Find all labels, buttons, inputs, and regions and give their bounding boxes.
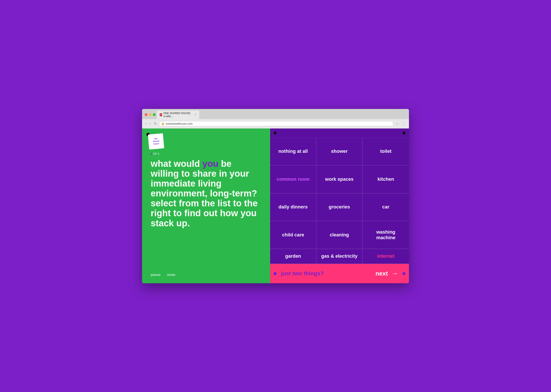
grid-cell-label-cleaning: cleaning [330,232,349,238]
grid-cell-label-kitchen: kitchen [377,176,394,182]
arrow-icon: → [391,269,398,277]
traffic-lights [145,113,156,116]
browser-window: ♥ ONE SHARED HOUSE: a radic... ✕ ‹ › ↻ 🔒… [142,109,409,283]
question-part2: be willing to share in your immediate li… [151,159,258,228]
tab-title: ONE SHARED HOUSE: a radic... [163,112,192,118]
grid-cell-work-spaces[interactable]: work spaces [316,166,363,193]
question-part1: what would [151,159,202,169]
grid-cell-toilet[interactable]: toilet [363,138,409,166]
close-button[interactable] [145,113,147,116]
browser-nav: ‹ › ↻ [145,121,158,126]
menu-icon[interactable]: ⋮ [401,121,406,126]
grid-cell-label-gas-electricity: gas & electricity [321,253,357,259]
tab-close-icon[interactable]: ✕ [195,113,196,116]
step-indicator: 1 OF 2 [151,152,261,155]
grid-cell-cleaning[interactable]: cleaning [316,221,363,249]
mute-button[interactable]: mute [167,273,175,277]
forward-button[interactable]: › [149,121,152,126]
step-number: 1 [151,152,152,155]
grid-cell-label-nothing-at-all: nothing at all [278,148,308,154]
grid-cell-garden[interactable]: garden [270,249,316,264]
grid-cell-label-work-spaces: work spaces [325,176,354,182]
grid-cell-car[interactable]: car [363,193,409,221]
grid-cell-kitchen[interactable]: kitchen [363,166,409,193]
question-highlight: you [202,159,218,169]
dot-bottom-left [274,272,276,275]
grid-cell-label-groceries: groceries [329,204,350,210]
logo-badge: onesharedhouse [148,133,164,150]
grid-cell-daily-dinners[interactable]: daily dinners [270,193,316,221]
grid-cell-label-washing-machine: washing machine [366,229,406,241]
tab-favicon: ♥ [160,113,162,116]
right-panel: nothing at allshowertoiletcommon roomwor… [270,128,409,283]
bookmark-icon[interactable]: ☆ [395,121,399,126]
grid-cell-label-shower: shower [331,148,348,154]
bottom-controls: pause mute [151,273,261,277]
next-button[interactable]: next → [375,269,398,277]
pause-button[interactable]: pause [151,273,160,277]
dot-right-panel-left [274,132,276,134]
main-content: onesharedhouse 1 OF 2 what would you be … [142,128,409,283]
hint-label: just two things? [281,270,324,277]
grid-cell-common-room[interactable]: common room [270,166,316,193]
grid-cell-label-child-care: child care [282,232,304,238]
address-bar[interactable] [166,122,391,125]
dot-bottom-right [402,272,406,275]
new-tab-button[interactable] [201,112,214,117]
grid-cell-nothing-at-all[interactable]: nothing at all [270,138,316,166]
question-area: 1 OF 2 what would you be willing to shar… [151,152,261,228]
grid-cell-label-internet: internet [377,253,395,259]
grid-cell-gas-electricity[interactable]: gas & electricity [316,249,363,264]
grid-cell-label-garden: garden [285,253,301,259]
grid-cell-label-common-room: common room [276,176,310,182]
grid-cell-label-car: car [382,204,389,210]
back-button[interactable]: ‹ [145,121,147,126]
step-total: 2 [158,152,159,155]
next-label: next [375,270,388,277]
step-of: OF [153,152,158,155]
grid-cell-internet[interactable]: internet [363,249,409,264]
refresh-button[interactable]: ↻ [153,121,158,126]
logo-text: onesharedhouse [152,137,160,146]
bottom-bar: just two things? next → [270,264,409,283]
selection-grid: nothing at allshowertoiletcommon roomwor… [270,138,409,264]
address-bar-container: 🔒 [159,121,393,126]
maximize-button[interactable] [153,113,156,116]
dot-right-panel-right [402,132,406,134]
grid-cell-label-toilet: toilet [380,148,392,154]
grid-cell-washing-machine[interactable]: washing machine [363,221,409,249]
left-panel: onesharedhouse 1 OF 2 what would you be … [142,128,270,283]
tab-bar: ♥ ONE SHARED HOUSE: a radic... ✕ [142,109,409,119]
grid-cell-shower[interactable]: shower [316,138,363,166]
lock-icon: 🔒 [161,122,164,125]
grid-cell-groceries[interactable]: groceries [316,193,363,221]
browser-tab[interactable]: ♥ ONE SHARED HOUSE: a radic... ✕ [156,110,200,119]
minimize-button[interactable] [149,113,152,116]
grid-cell-label-daily-dinners: daily dinners [278,204,308,210]
right-header-dots [270,128,409,138]
browser-chrome: ‹ › ↻ 🔒 ☆ ⋮ [142,119,409,128]
grid-cell-child-care[interactable]: child care [270,221,316,249]
question-text: what would you be willing to share in yo… [151,159,261,228]
